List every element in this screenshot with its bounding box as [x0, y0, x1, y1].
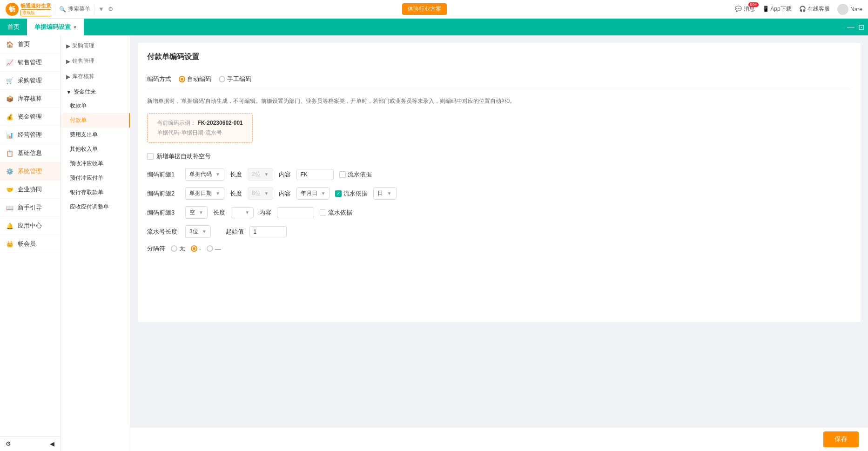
auto-radio-circle	[179, 76, 185, 82]
tab-close-icon[interactable]: ×	[74, 24, 76, 30]
basic-icon: 📋	[6, 149, 14, 157]
separator-label: 分隔符	[147, 244, 165, 253]
page-title: 付款单编码设置	[147, 52, 851, 62]
sidebar-item-inventory[interactable]: 📦 库存核算	[0, 90, 60, 108]
chevron-icon8: ▼	[245, 210, 249, 215]
encoding-method-label: 编码方式	[147, 75, 171, 83]
content1-input[interactable]	[296, 169, 334, 180]
maximize-button[interactable]: ⊡	[858, 23, 864, 32]
sub-item-adjust[interactable]: 应收应付调整单	[61, 200, 130, 214]
stream3-checkbox[interactable]	[320, 209, 326, 216]
sub-item-other-income[interactable]: 其他收入单	[61, 142, 130, 156]
content3-input[interactable]	[277, 207, 314, 218]
sub-item-bank[interactable]: 银行存取款单	[61, 185, 130, 200]
app-download-button[interactable]: 📱 App下载	[762, 5, 792, 13]
save-button[interactable]: 保存	[823, 431, 859, 447]
sidebar-item-finance[interactable]: 💰 资金管理	[0, 108, 60, 126]
headset-icon: 🎧	[799, 6, 806, 12]
sub-item-payment[interactable]: 付款单	[61, 113, 130, 128]
auto-fill-checkbox[interactable]	[147, 153, 154, 160]
manual-encoding-radio[interactable]: 手工编码	[219, 75, 251, 83]
sep-dot-circle	[191, 245, 197, 252]
user-avatar[interactable]: Nare	[837, 4, 862, 15]
search-menu[interactable]: 🔍 搜索菜单	[59, 5, 90, 13]
management-icon: 📊	[6, 131, 14, 139]
tab-home[interactable]: 首页	[0, 19, 27, 35]
sub-group-inventory-title[interactable]: ▶ 库存核算	[61, 70, 130, 83]
topbar: 畅 畅通道好生意 旗舰版 🔍 搜索菜单 ▼ ⚙ 体验行业方案 💬 消息 99+ …	[0, 0, 868, 19]
chevron-down-icon[interactable]: ▼	[98, 6, 104, 13]
info-text: 新增单据时，'单据编码'自动生成，不可编辑。前缀设置为部门、业务员等档案类，开单…	[147, 97, 851, 106]
serial-length-select[interactable]: 3位 ▼	[185, 225, 211, 238]
apps-icon: 🔔	[6, 222, 14, 230]
length2-select[interactable]: 8位 ▼	[248, 187, 273, 200]
stream1-checkbox-row: 流水依据	[339, 170, 372, 179]
auto-encoding-radio[interactable]: 自动编码	[179, 75, 211, 83]
start-value-input[interactable]	[249, 226, 287, 237]
tab-encoding[interactable]: 单据编码设置 ×	[27, 19, 84, 35]
minimize-button[interactable]: —	[847, 23, 855, 31]
prefix2-select[interactable]: 单据日期 ▼	[185, 187, 224, 200]
stream2-checkbox[interactable]	[335, 190, 342, 197]
sidebar-settings-icon[interactable]: ⚙	[6, 440, 11, 447]
inventory-icon: 📦	[6, 94, 14, 103]
sep-dot-radio[interactable]: ·	[191, 245, 201, 252]
sidebar-item-member[interactable]: 👑 畅会员	[0, 235, 60, 253]
chevron-right-icon: ▶	[66, 43, 70, 49]
sub-item-advance-payment[interactable]: 预付冲应付单	[61, 171, 130, 185]
prefix3-select[interactable]: 空 ▼	[185, 206, 208, 219]
stream1-checkbox[interactable]	[339, 171, 346, 178]
sidebar-item-purchase[interactable]: 🛒 采购管理	[0, 72, 60, 90]
prefix1-select[interactable]: 单据代码 ▼	[185, 168, 224, 181]
message-button[interactable]: 💬 消息 99+	[735, 5, 754, 13]
chevron-icon9: ▼	[202, 229, 207, 234]
separator-row: 分隔符 无 · —	[147, 244, 851, 253]
day-select[interactable]: 日 ▼	[373, 187, 397, 200]
topbar-right: 💬 消息 99+ 📱 App下载 🎧 在线客服 Nare	[735, 4, 862, 15]
sep-dash-radio[interactable]: —	[207, 245, 221, 252]
logo-text: 畅通道好生意 旗舰版	[20, 2, 51, 16]
content-area: 付款单编码设置 编码方式 自动编码 手工编码	[130, 35, 868, 427]
phone-icon: 📱	[762, 6, 769, 12]
sub-group-purchase-title[interactable]: ▶ 采购管理	[61, 39, 130, 53]
sidebar-item-management[interactable]: 📊 经营管理	[0, 126, 60, 144]
encoding-method-row: 编码方式 自动编码 手工编码	[147, 69, 851, 89]
content2-select[interactable]: 年月日 ▼	[296, 187, 330, 200]
sub-group-funds: ▼ 资金往来 收款单 付款单 费用支出单 其他收入单 预收冲应收单 预付冲应付单…	[61, 85, 130, 214]
trial-button[interactable]: 体验行业方案	[402, 3, 447, 15]
sub-item-receipt[interactable]: 收款单	[61, 99, 130, 113]
sub-group-sales-title[interactable]: ▶ 销售管理	[61, 54, 130, 68]
start-value-label: 起始值	[226, 228, 244, 236]
manual-radio-circle	[219, 76, 225, 82]
prefix3-label: 编码前缀3	[147, 209, 180, 217]
chevron-right-icon2: ▶	[66, 58, 70, 65]
collab-icon: 🤝	[6, 185, 14, 194]
length3-select[interactable]: ▼	[231, 207, 254, 218]
online-service-button[interactable]: 🎧 在线客服	[799, 5, 830, 13]
length1-select[interactable]: 2位 ▼	[248, 168, 273, 181]
sub-group-purchase: ▶ 采购管理	[61, 39, 130, 53]
sidebar-collapse-icon[interactable]: ◀	[50, 440, 54, 447]
sidebar-item-collab[interactable]: 🤝 企业协同	[0, 181, 60, 199]
purchase-icon: 🛒	[6, 76, 14, 85]
sidebar-item-sales[interactable]: 📈 销售管理	[0, 54, 60, 72]
sub-item-expense[interactable]: 费用支出单	[61, 128, 130, 142]
sidebar-item-home[interactable]: 🏠 首页	[0, 35, 60, 54]
sidebar-item-basic[interactable]: 📋 基础信息	[0, 144, 60, 162]
sub-group-funds-title[interactable]: ▼ 资金往来	[61, 85, 130, 99]
code-example-sub: 单据代码-单据日期-流水号	[157, 129, 243, 137]
system-icon: ⚙️	[6, 167, 14, 175]
home-icon: 🏠	[6, 40, 14, 48]
sidebar-item-guide[interactable]: 📖 新手引导	[0, 199, 60, 217]
sub-sidebar: ▶ 采购管理 ▶ 销售管理 ▶ 库存核算 ▼ 资金往来 收款单 付款单 费用支出…	[61, 35, 130, 451]
prefix3-row: 编码前缀3 空 ▼ 长度 ▼ 内容 流水依据	[147, 206, 851, 219]
sub-item-advance-receipt[interactable]: 预收冲应收单	[61, 156, 130, 171]
sidebar-item-apps[interactable]: 🔔 应用中心	[0, 217, 60, 235]
topbar-left: 畅 畅通道好生意 旗舰版 🔍 搜索菜单 ▼ ⚙	[6, 2, 114, 16]
chevron-icon3: ▼	[215, 191, 220, 196]
sales-icon: 📈	[6, 58, 14, 67]
settings-icon[interactable]: ⚙	[108, 6, 114, 13]
sep-none-radio[interactable]: 无	[171, 244, 185, 253]
sidebar-item-system[interactable]: ⚙️ 系统管理	[0, 162, 60, 181]
trial-button-wrapper: 体验行业方案	[402, 3, 447, 15]
